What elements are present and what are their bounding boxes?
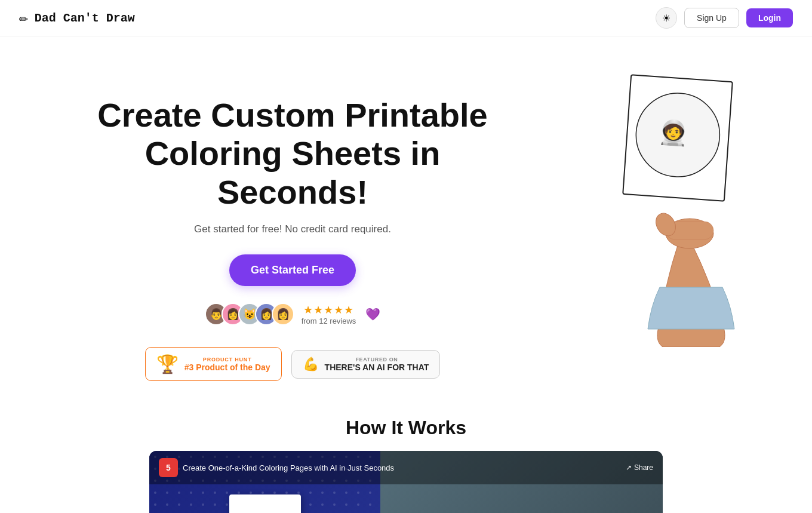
badges-row: 🏆 PRODUCT HUNT #3 Product of the Day 💪 F… [145,347,441,381]
get-started-button[interactable]: Get Started Free [229,254,356,286]
hero-subtitle: Get started for free! No credit card req… [194,223,391,235]
video-channel-info: 5 Create One-of-a-Kind Coloring Pages wi… [159,458,394,477]
share-icon: ↗ [626,463,632,472]
video-top-bar: 5 Create One-of-a-Kind Coloring Pages wi… [149,451,663,484]
logo-text: Dad Can't Draw [35,11,135,25]
how-it-works-section: How It Works ☂️ 👦 [0,393,812,513]
nav-actions: ☀ Sign Up Login [656,7,793,29]
hand-svg: 🧑‍🚀 [591,72,770,347]
ph-label: PRODUCT HUNT [184,357,270,363]
heart-icon: 💜 [365,307,380,321]
hero-left-content: Create Custom Printable Coloring Sheets … [36,72,549,381]
avatar-group: 👨 👩 😺 👩 👩 [205,303,294,325]
product-hunt-badge: 🏆 PRODUCT HUNT #3 Product of the Day [145,347,282,381]
theme-toggle-button[interactable]: ☀ [656,7,677,29]
signup-button[interactable]: Sign Up [684,8,739,28]
logo-icon: ✏️ [19,8,29,27]
sun-icon: ☀ [662,13,670,24]
share-button[interactable]: ↗ Share [626,463,653,472]
review-count: from 12 reviews [302,317,356,325]
hero-illustration: 🧑‍🚀 [585,72,776,341]
ph-text: #3 Product of the Day [184,363,270,372]
how-title: How It Works [19,417,793,439]
trophy-icon: 🏆 [156,354,179,374]
muscle-icon: 💪 [303,357,319,372]
ai-featured-label: FEATURED ON [325,357,429,363]
hero-section: Create Custom Printable Coloring Sheets … [0,36,812,393]
share-label: Share [634,463,653,472]
login-button[interactable]: Login [746,8,793,27]
video-title: Create One-of-a-Kind Coloring Pages with… [183,463,394,472]
video-player[interactable]: ☂️ 👦 🧑‍💼 5 Create One-of-a [149,451,663,513]
star-rating: ★★★★★ from 12 reviews [302,303,356,325]
avatar: 👩 [272,303,294,325]
ai-badge: 💪 FEATURED ON THERE'S AN AI FOR THAT [291,350,441,379]
reviews-row: 👨 👩 😺 👩 👩 ★★★★★ from 12 reviews 💜 [205,303,381,325]
stars: ★★★★★ [302,303,356,317]
hero-title: Create Custom Printable Coloring Sheets … [90,96,496,211]
navbar: ✏️ Dad Can't Draw ☀ Sign Up Login [0,0,812,36]
astronaut-emoji: 🧑‍🚀 [657,117,689,148]
logo: ✏️ Dad Can't Draw [19,8,135,27]
hand-coloring-illustration: 🧑‍🚀 [591,72,770,341]
ai-text: THERE'S AN AI FOR THAT [325,363,429,372]
channel-icon: 5 [159,458,178,477]
